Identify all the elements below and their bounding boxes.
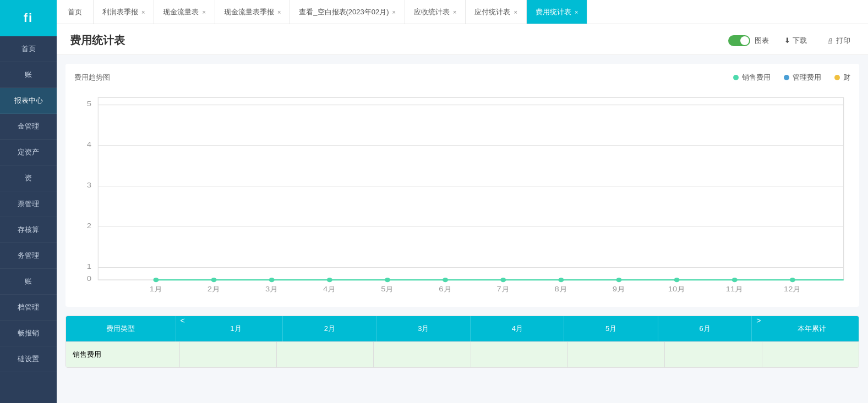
chart-toggle-switch[interactable] (728, 35, 750, 46)
tab-close-receivable[interactable]: × (453, 9, 456, 15)
sidebar-item-capital[interactable]: 资 (0, 165, 57, 191)
chart-svg: 5 4 3 2 1 0 (74, 89, 850, 298)
tab-close-expense-stats[interactable]: × (575, 9, 578, 15)
table-row: 销售费用 (66, 341, 859, 367)
main-area: 首页 利润表季报 × 现金流量表 × 现金流量表季报 × 查看_空白报表(202… (57, 0, 868, 403)
svg-point-17 (385, 278, 390, 282)
chart-toggle-text: 图表 (755, 36, 769, 46)
legend-finance-expense: 财 (834, 73, 850, 82)
sidebar-item-inventory[interactable]: 存核算 (0, 217, 57, 243)
sidebar-item-archive[interactable]: 档管理 (0, 295, 57, 321)
table-header-cumulative: 本年累计 (766, 316, 859, 341)
table-header-month6: 6月 (658, 316, 752, 341)
svg-text:10月: 10月 (668, 285, 686, 293)
svg-text:1: 1 (87, 263, 91, 270)
sidebar-item-account[interactable]: 账 (0, 62, 57, 88)
legend-label-admin: 管理费用 (793, 73, 821, 82)
table-header-row: 费用类型 < 1月 2月 3月 4月 5月 6月 > 本年累计 (66, 316, 859, 341)
table-nav-prev[interactable]: < (176, 316, 189, 341)
tab-close-blank-report[interactable]: × (392, 9, 396, 15)
svg-point-13 (153, 278, 159, 282)
table-header-month1: 1月 (189, 316, 283, 341)
sidebar-item-invoice[interactable]: 票管理 (0, 191, 57, 217)
svg-text:2月: 2月 (208, 285, 220, 293)
content-area: 费用统计表 图表 ⬇ 下载 🖨 打印 (57, 24, 868, 403)
table-header-month3: 3月 (377, 316, 471, 341)
chart-legend: 销售费用 管理费用 财 (733, 73, 850, 82)
sidebar-item-home[interactable]: 首页 (0, 36, 57, 62)
tab-close-payable[interactable]: × (514, 9, 517, 15)
table-cell-type: 销售费用 (66, 341, 180, 367)
svg-point-19 (500, 278, 506, 282)
download-icon: ⬇ (784, 36, 790, 45)
tab-payable[interactable]: 应付统计表 × (466, 0, 526, 24)
sidebar-item-finance[interactable]: 金管理 (0, 114, 57, 140)
svg-text:9月: 9月 (613, 285, 625, 293)
table-cell-m5 (568, 341, 665, 367)
table-cell-cumulative (762, 341, 859, 367)
sidebar-item-ledger[interactable]: 账 (0, 269, 57, 295)
svg-text:3: 3 (87, 181, 91, 189)
tab-cashflow[interactable]: 现金流量表 × (154, 0, 215, 24)
legend-dot-finance (834, 75, 840, 80)
table-header-month5: 5月 (564, 316, 658, 341)
svg-point-22 (674, 278, 680, 282)
svg-point-18 (443, 278, 448, 282)
tab-home[interactable]: 首页 (57, 0, 94, 24)
svg-text:4月: 4月 (323, 285, 336, 293)
table-cell-m6 (665, 341, 762, 367)
sidebar-item-service[interactable]: 务管理 (0, 243, 57, 269)
tab-expense-stats[interactable]: 费用统计表 × (527, 0, 587, 24)
svg-text:5月: 5月 (381, 285, 394, 293)
svg-point-21 (616, 278, 622, 282)
tab-close-cashflow-quarterly[interactable]: × (277, 9, 281, 15)
svg-point-23 (732, 278, 738, 282)
page-header: 费用统计表 图表 ⬇ 下载 🖨 打印 (57, 24, 868, 55)
print-button[interactable]: 🖨 打印 (822, 34, 855, 48)
svg-text:4: 4 (87, 141, 92, 148)
sidebar-item-settings[interactable]: 础设置 (0, 346, 57, 372)
sidebar-item-assets[interactable]: 定资产 (0, 140, 57, 165)
sidebar-item-expense[interactable]: 畅报销 (0, 321, 57, 346)
legend-label-finance: 财 (843, 73, 850, 82)
svg-point-24 (790, 278, 795, 282)
tab-receivable[interactable]: 应收统计表 × (405, 0, 466, 24)
sidebar-item-reports[interactable]: 报表中心 (0, 88, 57, 114)
svg-text:2: 2 (87, 222, 91, 230)
svg-point-20 (558, 278, 564, 282)
download-button[interactable]: ⬇ 下载 (780, 34, 811, 48)
sidebar-logo: fi (0, 0, 57, 36)
svg-point-14 (211, 278, 217, 282)
tab-cashflow-quarterly[interactable]: 现金流量表季报 × (215, 0, 290, 24)
table-nav-next[interactable]: > (752, 316, 765, 341)
legend-sales-expense: 销售费用 (733, 73, 771, 82)
legend-dot-sales (733, 75, 739, 80)
svg-rect-12 (98, 97, 843, 280)
svg-text:7月: 7月 (496, 285, 509, 293)
svg-text:11月: 11月 (726, 285, 744, 293)
svg-text:8月: 8月 (555, 285, 567, 293)
tab-profit-quarterly[interactable]: 利润表季报 × (94, 0, 154, 24)
table-header-type: 费用类型 (66, 316, 176, 341)
tab-bar: 首页 利润表季报 × 现金流量表 × 现金流量表季报 × 查看_空白报表(202… (57, 0, 868, 24)
table-cell-m3 (374, 341, 471, 367)
tab-blank-report[interactable]: 查看_空白报表(2023年02月) × (290, 0, 405, 24)
header-actions: 图表 ⬇ 下载 🖨 打印 (728, 34, 855, 48)
print-icon: 🖨 (827, 36, 834, 45)
page-title: 费用统计表 (70, 33, 125, 48)
expense-table: 费用类型 < 1月 2月 3月 4月 5月 6月 > 本年累计 销售费用 (65, 316, 859, 368)
svg-text:6月: 6月 (439, 285, 451, 293)
tab-close-profit-quarterly[interactable]: × (141, 9, 145, 15)
table-cell-m1 (180, 341, 277, 367)
svg-point-15 (269, 278, 275, 282)
table-header-month2: 2月 (283, 316, 376, 341)
chart-section: 费用趋势图 销售费用 管理费用 财 5 (65, 64, 859, 307)
table-header-month4: 4月 (471, 316, 564, 341)
chart-toggle-label[interactable]: 图表 (728, 35, 769, 46)
svg-text:1月: 1月 (150, 285, 162, 293)
legend-label-sales: 销售费用 (742, 73, 771, 82)
legend-dot-admin (784, 75, 789, 80)
chart-canvas: 5 4 3 2 1 0 (74, 89, 850, 298)
tab-close-cashflow[interactable]: × (202, 9, 205, 15)
table-cell-m2 (277, 341, 374, 367)
